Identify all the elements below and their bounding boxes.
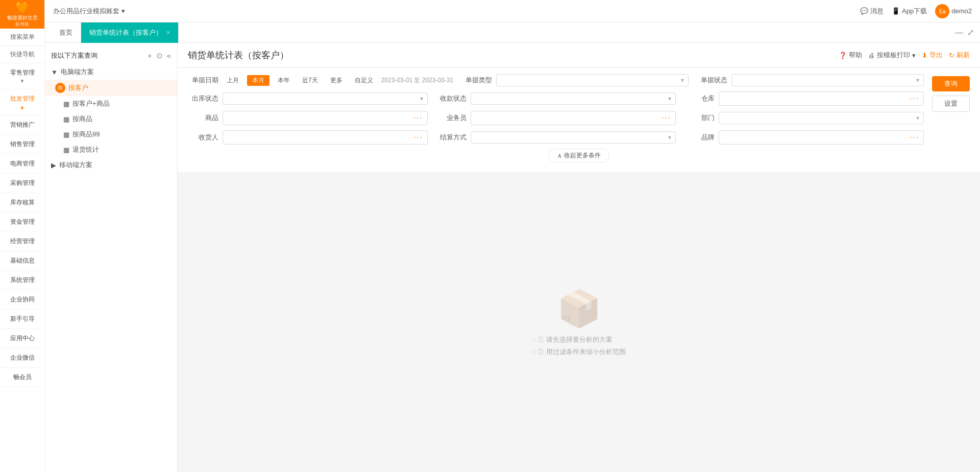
page-header: 销货单统计表（按客户） ❓ 帮助 🖨 按模板打印 ▾ ⬇ 导出 xyxy=(178,43,980,68)
department-group: 部门 ▾ xyxy=(684,112,924,124)
sidebar-item-basic[interactable]: 基础信息 xyxy=(0,251,44,271)
sidebar-item-wechat[interactable]: 企业微信 xyxy=(0,348,44,368)
receipt-status-select[interactable]: ▾ xyxy=(471,92,676,105)
sidebar-item-sales[interactable]: 销售管理 xyxy=(0,135,44,154)
out-status-arrow-icon: ▾ xyxy=(420,95,423,102)
add-scheme-icon[interactable]: + xyxy=(148,51,152,60)
receipt-status-group: 收款状态 ▾ xyxy=(436,92,676,105)
settlement-select[interactable]: ▾ xyxy=(471,131,676,144)
tree-item-return-stats[interactable]: ▦ 退货统计 xyxy=(45,142,177,157)
tree-item-by-product-99[interactable]: ▦ 按商品99 xyxy=(45,127,177,142)
date-btn-this-month[interactable]: 本月 xyxy=(247,75,270,86)
sidebar-item-ecom[interactable]: 电商管理 xyxy=(0,154,44,174)
mobile-section[interactable]: ▶ 移动端方案 xyxy=(45,157,177,173)
empty-hint-1: ① 请先选择要分析的方案 xyxy=(532,334,626,346)
mobile-section-label: 移动端方案 xyxy=(59,160,92,170)
date-btn-last-7days[interactable]: 近7天 xyxy=(298,75,322,86)
quick-nav[interactable]: 快捷导航 xyxy=(0,46,44,63)
date-filter: 上月 本月 本年 近7天 更多 自定义 xyxy=(223,75,377,86)
tab-sales-stats-label: 销货单统计表（按客户） xyxy=(89,28,162,37)
doc-type-select[interactable]: ▾ xyxy=(496,74,689,86)
warehouse-select[interactable]: ··· xyxy=(719,91,924,106)
brand-select[interactable]: ··· xyxy=(719,130,924,145)
out-status-select[interactable]: ▾ xyxy=(223,92,428,105)
maximize-icon[interactable]: ⤢ xyxy=(967,28,974,37)
department-select[interactable]: ▾ xyxy=(719,112,924,124)
sidebar-item-newbie[interactable]: 新手引导 xyxy=(0,310,44,329)
sidebar-item-vip[interactable]: 畅会员 xyxy=(0,368,44,387)
doc-status-select[interactable]: ▾ xyxy=(731,74,924,86)
date-btn-this-year[interactable]: 本年 xyxy=(274,75,294,86)
collapse-label: 收起更多条件 xyxy=(564,151,601,160)
tree-item-customer-product[interactable]: ▦ 按客户+商品 xyxy=(45,96,177,111)
sidebar-item-appstore[interactable]: 应用中心 xyxy=(0,329,44,348)
tree-item-by-customer[interactable]: 按 按客户 xyxy=(45,80,177,96)
sidebar-item-wholesale[interactable]: 批发管理 ▲ xyxy=(0,89,44,115)
date-btn-last-month[interactable]: 上月 xyxy=(223,75,243,86)
product-group: 商品 ··· xyxy=(188,111,428,125)
sidebar-item-inventory[interactable]: 库存核算 xyxy=(0,193,44,213)
empty-hints: ① 请先选择要分析的方案 ② 用过滤条件来缩小分析范围 xyxy=(532,334,626,358)
salesperson-dots-icon: ··· xyxy=(662,113,671,123)
salesperson-group: 业务员 ··· xyxy=(436,111,676,125)
app-download-btn[interactable]: 📱 App下载 xyxy=(892,7,927,16)
message-btn[interactable]: 💬 消息 xyxy=(860,7,884,16)
refresh-btn[interactable]: ↻ 刷新 xyxy=(949,51,970,60)
hint1-text: 请先选择要分析的方案 xyxy=(546,336,612,343)
user-name: demo2 xyxy=(951,7,972,15)
receiver-select[interactable]: ··· xyxy=(223,130,428,145)
tab-sales-stats[interactable]: 销货单统计表（按客户） × xyxy=(81,22,179,43)
settings-scheme-icon[interactable]: ⊙ xyxy=(156,51,163,60)
header-right: 💬 消息 📱 App下载 Ea demo2 xyxy=(860,4,972,18)
department-label: 部门 xyxy=(684,113,715,123)
date-range-text: 2023-03-01 至 2023-03-31 xyxy=(381,76,453,85)
appstore-label: 应用中心 xyxy=(10,334,35,343)
ecom-label: 电商管理 xyxy=(10,159,35,168)
tab-close-icon[interactable]: × xyxy=(166,29,170,36)
by-product-99-icon: ▦ xyxy=(63,131,69,138)
setting-btn[interactable]: 设置 xyxy=(932,96,970,112)
sidebar-item-system[interactable]: 系统管理 xyxy=(0,271,44,290)
desktop-section-label: 电脑端方案 xyxy=(61,67,94,77)
export-btn[interactable]: ⬇ 导出 xyxy=(922,51,943,60)
sidebar-item-retail[interactable]: 零售管理 ▼ xyxy=(0,63,44,89)
basic-label: 基础信息 xyxy=(10,256,35,265)
sidebar-item-purchase[interactable]: 采购管理 xyxy=(0,174,44,193)
right-panel: 销货单统计表（按客户） ❓ 帮助 🖨 按模板打印 ▾ ⬇ 导出 xyxy=(178,43,980,472)
search-menu[interactable]: 搜索菜单 xyxy=(0,29,44,46)
date-btn-more[interactable]: 更多 xyxy=(326,75,347,86)
industry-selector[interactable]: 办公用品行业模拟账套 ▾ xyxy=(53,7,125,16)
dropdown-arrow-icon: ▾ xyxy=(121,7,125,15)
sidebar-item-finance[interactable]: 资金管理 xyxy=(0,213,44,232)
doc-status-arrow-icon: ▾ xyxy=(916,77,919,84)
tree-item-by-product[interactable]: ▦ 按商品 xyxy=(45,111,177,127)
desktop-section[interactable]: ▼ 电脑端方案 xyxy=(45,64,177,80)
return-stats-label: 退货统计 xyxy=(72,145,99,154)
collapse-btn[interactable]: ∧ 收起更多条件 xyxy=(549,149,609,162)
sidebar-item-ops[interactable]: 经营管理 xyxy=(0,232,44,251)
date-btn-custom[interactable]: 自定义 xyxy=(351,75,377,86)
by-customer-label: 按客户 xyxy=(68,83,88,92)
help-btn[interactable]: ❓ 帮助 xyxy=(839,51,862,60)
logo-sub: 标准版 xyxy=(15,21,29,28)
sidebar-item-marketing[interactable]: 营销推广 xyxy=(0,115,44,135)
print-dropdown-icon: ▾ xyxy=(912,52,916,59)
salesperson-select[interactable]: ··· xyxy=(471,111,676,125)
doc-status-group: 单据状态 ▾ xyxy=(697,74,924,86)
doc-status-label: 单据状态 xyxy=(697,76,727,85)
filter-fields: 单据日期 上月 本月 本年 近7天 更多 自定义 2023-03-01 至 20… xyxy=(188,74,924,145)
vip-label: 畅会员 xyxy=(13,373,32,382)
tab-home[interactable]: 首页 xyxy=(51,22,81,43)
collapse-panel-icon[interactable]: « xyxy=(167,51,171,60)
product-select[interactable]: ··· xyxy=(223,111,428,125)
tab-bar: 首页 销货单统计表（按客户） × — ⤢ xyxy=(45,22,980,43)
sidebar-item-enterprise[interactable]: 企业协同 xyxy=(0,290,44,310)
marketing-label: 营销推广 xyxy=(10,121,35,129)
user-profile[interactable]: Ea demo2 xyxy=(935,4,972,18)
query-btn[interactable]: 查询 xyxy=(932,76,970,91)
download-icon: 📱 xyxy=(892,7,900,15)
minimize-icon[interactable]: — xyxy=(955,28,963,37)
app-download-label: App下载 xyxy=(902,7,927,16)
wechat-label: 企业微信 xyxy=(10,353,35,362)
print-btn[interactable]: 🖨 按模板打印 ▾ xyxy=(868,51,916,60)
